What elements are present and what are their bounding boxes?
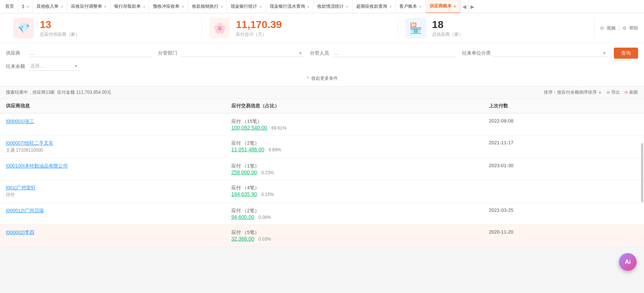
nav-tab-ar-ap-adjust[interactable]: 应收应付调整单 × xyxy=(67,0,111,13)
video-link[interactable]: 视频 xyxy=(607,25,616,31)
ap-total-label: 应付合计（万） xyxy=(236,31,282,38)
close-icon[interactable]: × xyxy=(419,4,421,9)
nav-tab-3[interactable]: 3 × xyxy=(18,0,33,13)
last-payment-cell: 2023-01-30 xyxy=(483,158,644,180)
tx-pct: 0.03% xyxy=(259,237,271,242)
amount-link[interactable]: 32,366.00 xyxy=(231,236,254,242)
summary-bar: 💎 13 总应付供应商（家） 🌸 11,170.39 应付合计（万） 🏪 18 … xyxy=(0,13,644,43)
close-icon[interactable]: × xyxy=(27,4,29,9)
tx-pct: 0.08% xyxy=(259,215,271,220)
divider: | xyxy=(619,25,620,31)
unit-class-filter-select[interactable]: ▼ xyxy=(493,50,608,57)
filter-supplier: 供应商 xyxy=(6,49,152,57)
help-link[interactable]: 帮助 xyxy=(629,25,638,31)
supplier-filter-input[interactable] xyxy=(29,49,152,57)
nav-prev-button[interactable]: ◀ xyxy=(460,0,468,13)
table-header: 供应商信息 应付交易信息（占比） 上次付数 xyxy=(0,99,644,113)
supplier-link[interactable]: [000001]张三 xyxy=(6,118,34,124)
supplier-cell: [000001]张三 xyxy=(0,113,225,135)
balance-filter-select[interactable]: 选择... ▼ xyxy=(29,62,80,71)
nav-tab-advance-label: 预收冲应收单 xyxy=(153,3,179,10)
supplier-cell: [000002]李四 xyxy=(0,225,225,247)
nav-tab-customer-label: 客户账本 xyxy=(399,3,417,10)
supplier-sub: 王通 17106110000 xyxy=(6,147,220,154)
collapse-icon: ⌃ xyxy=(306,76,310,81)
nav-tab-3-label: 3 xyxy=(22,4,24,9)
nav-tab-receipt[interactable]: 收款核销执行 × xyxy=(188,0,227,13)
ap-total-info: 11,170.39 应付合计（万） xyxy=(236,18,282,38)
scrollbar[interactable] xyxy=(641,143,643,202)
nav-tab-collection-stat[interactable]: 收款情况统计 × xyxy=(314,0,352,13)
ap-suppliers-info: 13 总应付供应商（家） xyxy=(40,18,80,38)
table-row: [000001]张三 应付 （15笔） 100,092,540.00 89.61… xyxy=(0,113,644,135)
dept-filter-select[interactable]: ▼ xyxy=(181,50,304,57)
table-row: [001]广州荣轩 仔仔 应付 （4笔） 164,635.90 0.15% xyxy=(0,180,644,203)
result-summary: 搜索结果中，供应商13家 应付金额 111,703,854.00元 xyxy=(6,89,111,96)
close-icon[interactable]: × xyxy=(454,4,456,8)
close-icon[interactable]: × xyxy=(143,4,145,9)
table-row: [000007]恒旺二手叉车 王通 17106110000 应付 （2笔） 11… xyxy=(0,135,644,158)
result-actions: 排序：按应付余额倒序排序 ▼ ⟳ 导出 ⟳ 刷新 xyxy=(544,89,638,96)
supplier-link[interactable]: [001]广州荣轩 xyxy=(6,185,36,190)
summary-card-total-suppliers: 🏪 18 总供应商（家） xyxy=(398,18,594,38)
chevron-down-icon: ▼ xyxy=(74,64,78,68)
supplier-cell: [000012]广州贝瑞 xyxy=(0,203,225,225)
balance-filter-label: 往来余额 xyxy=(6,63,27,70)
export-button[interactable]: ⟳ 导出 xyxy=(606,89,620,96)
sort-dropdown[interactable]: 排序：按应付余额倒序排序 ▼ xyxy=(544,89,602,96)
unit-class-filter-label: 往来单位分类 xyxy=(462,50,491,56)
amount-link[interactable]: 164,635.90 xyxy=(231,191,257,197)
nav-tab-customer[interactable]: 客户账本 × xyxy=(396,0,426,13)
table-body: [000001]张三 应付 （15笔） 100,092,540.00 89.61… xyxy=(0,113,644,247)
nav-tab-cash-bank-flow[interactable]: 现金银行流水查询 × xyxy=(266,0,314,13)
supplier-cell: [000100]本特勤油品有限公司 xyxy=(0,158,225,180)
nav-tab-bank-deposit[interactable]: 银行存取款单 × xyxy=(111,0,149,13)
nav-next-button[interactable]: ▶ xyxy=(468,0,476,13)
amount-link[interactable]: 11,051,486.00 xyxy=(231,146,265,152)
supplier-link[interactable]: [000007]恒旺二手叉车 xyxy=(6,140,53,146)
tx-count: （1笔） xyxy=(242,163,259,169)
amount-link[interactable]: 258,000.00 xyxy=(231,169,257,175)
person-filter-input[interactable] xyxy=(333,49,456,57)
result-bar: 搜索结果中，供应商13家 应付金额 111,703,854.00元 排序：按应付… xyxy=(0,86,644,99)
nav-tab-other-income[interactable]: 其他收入单 × xyxy=(33,0,67,13)
tx-label: 应付 xyxy=(231,230,241,235)
close-icon[interactable]: × xyxy=(346,4,348,9)
sort-label: 排序：按应付余额倒序排序 xyxy=(544,89,597,96)
close-icon[interactable]: × xyxy=(389,4,392,9)
amount-link[interactable]: 94,600.00 xyxy=(231,214,254,220)
chevron-down-icon: ▼ xyxy=(298,51,302,55)
close-icon[interactable]: × xyxy=(259,4,262,9)
tx-pct: 9.89% xyxy=(269,147,281,152)
query-button[interactable]: 查询 xyxy=(614,48,638,59)
filter-row-1: 供应商 分管部门 ▼ 分管人员 往来单位分类 ▼ 查询 xyxy=(6,48,638,59)
nav-tab-cash-bank-stat[interactable]: 现金银行统计 × xyxy=(227,0,266,13)
export-label: 导出 xyxy=(611,89,620,96)
video-icon: ⊙ xyxy=(600,25,604,31)
supplier-link[interactable]: [000100]本特勤油品有限公司 xyxy=(6,163,68,169)
help-icon: ⊙ xyxy=(623,25,626,31)
ap-total-num: 11,170.39 xyxy=(236,18,282,31)
refresh-button[interactable]: ⟳ 刷新 xyxy=(624,89,638,96)
close-icon[interactable]: × xyxy=(182,4,184,9)
amount-link[interactable]: 100,092,540.00 xyxy=(231,125,267,131)
collapse-button[interactable]: ⌃ 收起更多条件 xyxy=(6,74,638,83)
supplier-link[interactable]: [000002]李四 xyxy=(6,230,34,235)
export-icon: ⟳ xyxy=(606,90,610,95)
summary-card-ap-total: 🌸 11,170.39 应付合计（万） xyxy=(202,18,398,38)
close-icon[interactable]: × xyxy=(307,4,309,9)
nav-tab-advance[interactable]: 预收冲应收单 × xyxy=(149,0,188,13)
chevron-down-icon: ▼ xyxy=(598,90,602,95)
nav-tab-home[interactable]: 首页 xyxy=(1,0,18,13)
nav-tab-overdue[interactable]: 超期应收款查询 × xyxy=(353,0,396,13)
help-links: ⊙ 视频 | ⊙ 帮助 xyxy=(594,25,638,31)
close-icon[interactable]: × xyxy=(221,4,223,9)
ap-cell: 应付 （15笔） 100,092,540.00 89.61% xyxy=(225,113,483,135)
close-icon[interactable]: × xyxy=(61,4,63,9)
supplier-link[interactable]: [000012]广州贝瑞 xyxy=(6,208,44,213)
nav-tab-supplier[interactable]: 供应商账本 × xyxy=(426,0,460,13)
col-ap-info: 应付交易信息（占比） xyxy=(225,99,483,113)
ap-cell: 应付 （2笔） 94,600.00 0.08% xyxy=(225,203,483,225)
close-icon[interactable]: × xyxy=(104,4,106,9)
ap-cell: 应付 （5笔） 32,366.00 0.03% xyxy=(225,225,483,247)
